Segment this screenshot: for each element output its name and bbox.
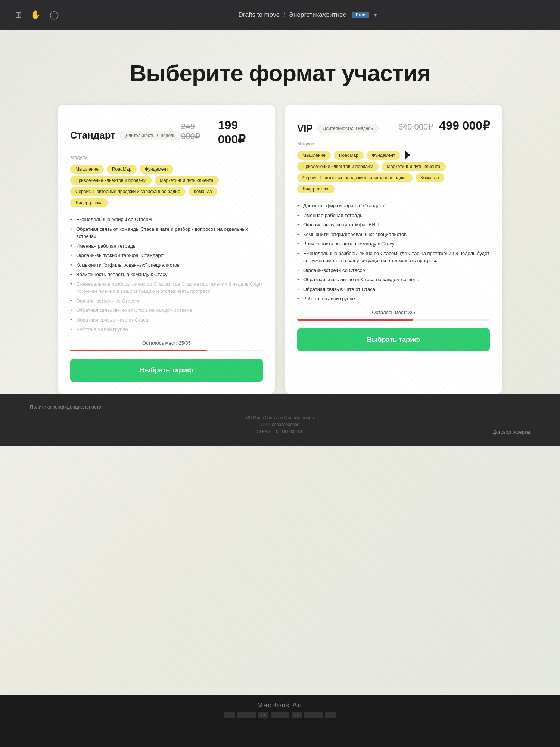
grid-icon[interactable]: ⊞ — [15, 10, 22, 20]
vip-spots: Осталось мест: 3/5 — [297, 310, 490, 315]
vip-card: VIP Длительность: 8 недель 649 000₽ 499 … — [285, 105, 502, 394]
standard-cta-button[interactable]: Выбрать тариф — [70, 359, 263, 382]
standard-spots: Осталось мест: 25/35 — [70, 340, 263, 346]
tag-fundament-std: Фундамент — [140, 165, 173, 174]
toolbar-icons: ⊞ ✋ ◯ — [15, 10, 59, 20]
vip-new-price: 499 000₽ — [439, 118, 490, 133]
key-f4[interactable]: F4 — [258, 712, 268, 718]
standard-new-price: 199 000₽ — [218, 118, 263, 146]
vip-progress-bg — [297, 319, 490, 321]
feature-std-6: Возможность попасть в команду к Стасу — [70, 270, 263, 279]
vip-modules-label: Модули: — [297, 141, 490, 146]
standard-card-header: Стандарт Длительность: 6 недель 249 000₽… — [70, 118, 263, 152]
macbook-bottom: MacBook Air F3 ··· F4 F5 F6 — [0, 695, 560, 725]
feature-vip-10: Работа в малой группе — [297, 294, 490, 304]
vip-duration: Длительность: 8 недель — [317, 124, 379, 133]
feature-vip-7: Офлайн-встречи со Стасом — [297, 266, 490, 275]
macbook-label: MacBook Air — [257, 701, 303, 709]
standard-tags-2: Привлечение клиентов и продажи Маркетинг… — [70, 176, 263, 185]
standard-old-price: 249 000₽ — [181, 122, 212, 141]
key-f5[interactable]: F5 — [292, 712, 302, 718]
breadcrumb-separator: / — [283, 11, 285, 19]
feature-std-9: Обратная связь лично от Стаса на каждом … — [70, 306, 263, 315]
toolbar: ⊞ ✋ ◯ Drafts to move / Энергетика/фитнес… — [0, 0, 560, 30]
vip-plan-name: VIP — [297, 123, 313, 134]
vip-card-title-group: VIP Длительность: 8 недель — [297, 123, 379, 134]
feature-std-5: Комьюнити "отфильтрованных" специалистов — [70, 260, 263, 270]
key-group: ··· — [237, 712, 256, 718]
arrow-icon — [405, 151, 414, 159]
feature-vip-2: Именная рабочая тетрадь — [297, 211, 490, 220]
vip-progress-fill — [297, 319, 413, 321]
vip-old-price: 649 000₽ — [398, 122, 433, 132]
standard-progress-fill — [70, 350, 207, 351]
feature-std-10: Обратная связь в чате от Стаса — [70, 315, 263, 325]
feature-std-1: Еженедельные эфиры со Стасом — [70, 215, 263, 224]
feature-vip-8: Обратная связь лично от Стаса на каждом … — [297, 275, 490, 285]
standard-tags-4: Лидер-рынка — [70, 198, 263, 207]
tag-leader-std: Лидер-рынка — [70, 198, 108, 207]
tag-roadmap-std: RoadMap — [107, 165, 137, 174]
feature-std-3: Именная рабочая тетрадь — [70, 241, 263, 251]
standard-price-row: 249 000₽ 199 000₽ — [181, 118, 263, 146]
standard-card-title-group: Стандарт Длительность: 6 недель — [70, 130, 181, 141]
tag-leader-vip: Лидер рынка — [297, 185, 335, 193]
company-name: ИП Рашо Светлана Станиславовна — [30, 414, 530, 421]
tag-service-std: Сервис. Повторные продажи и сарафанное р… — [70, 187, 186, 196]
feature-vip-1: Доступ к эфирам тарифа "Стандарт" — [297, 201, 490, 211]
breadcrumb-drafts[interactable]: Drafts to move — [239, 11, 280, 19]
key-f6[interactable]: F6 — [325, 712, 336, 718]
standard-progress-bg — [70, 350, 263, 351]
vip-tags: Мышление RoadMap Фундамент — [297, 151, 490, 160]
key-spacer — [271, 712, 289, 718]
breadcrumb-section[interactable]: Энергетика/фитнес — [289, 11, 346, 19]
tag-team-vip: Команда — [416, 173, 444, 182]
standard-plan-name: Стандарт — [70, 130, 115, 141]
tag-marketing-vip: Маркетинг и путь клиента — [382, 162, 446, 171]
vip-cta-button[interactable]: Выбрать тариф — [297, 328, 490, 351]
feature-vip-9: Обратная связь в чате от Стаса — [297, 285, 490, 294]
breadcrumb: Drafts to move / Энергетика/фитнес Free … — [70, 11, 545, 19]
cards-container: Стандарт Длительность: 6 недель 249 000₽… — [0, 105, 560, 394]
feature-std-8: Офлайн-встречи со Стасом — [70, 296, 263, 306]
feature-std-4: Офлайн-выпускной тарифа "Стандарт" — [70, 251, 263, 260]
macbook-keyboard: F3 ··· F4 F5 F6 — [224, 712, 336, 718]
key-f3[interactable]: F3 — [224, 712, 235, 718]
standard-card: Стандарт Длительность: 6 недель 249 000₽… — [58, 105, 275, 394]
vip-card-header: VIP Длительность: 8 недель 649 000₽ 499 … — [297, 118, 490, 139]
vip-tags-4: Лидер рынка — [297, 185, 490, 193]
privacy-link[interactable]: Политика конфиденциальности — [30, 404, 530, 410]
vip-tags-3: Сервис. Повторные продажи и сарафанное р… — [297, 173, 490, 182]
chevron-down-icon[interactable]: ▾ — [374, 12, 377, 18]
footer: Политика конфиденциальности ИП Рашо Свет… — [0, 394, 560, 446]
hand-icon[interactable]: ✋ — [31, 10, 41, 20]
screen-area: Выберите формат участия Стандарт Длитель… — [0, 30, 560, 695]
feature-std-2: Обратная связь от команды Стаса в чате и… — [70, 224, 263, 241]
page-title: Выберите формат участия — [0, 60, 560, 86]
tag-roadmap-vip: RoadMap — [334, 151, 364, 160]
feature-vip-3: Офлайн-выпускной тарифа "ВИП" — [297, 220, 490, 230]
tag-attract-std: Привлечение клиентов и продажи — [70, 176, 152, 185]
feature-vip-4: Комьюнити "отфильтрованных" специалистов — [297, 230, 490, 239]
feature-std-7: Еженедельные разборы лично со Стасом, гд… — [70, 279, 263, 296]
tag-myshlenie-vip: Мышление — [297, 151, 331, 160]
tag-service-vip: Сервис. Повторные продажи и сарафанное р… — [297, 173, 413, 182]
standard-duration: Длительность: 6 недель — [120, 131, 181, 140]
vip-price-row: 649 000₽ 499 000₽ — [398, 118, 490, 133]
offer-link[interactable]: Договор оферты — [493, 429, 530, 435]
company-inn: ИНН: 000000000000 — [30, 421, 530, 428]
standard-tags: Мышление RoadMap Фундамент — [70, 165, 263, 174]
company-info: ИП Рашо Светлана Станиславовна ИНН: 0000… — [30, 414, 530, 435]
standard-tags-3: Сервис. Повторные продажи и сарафанное р… — [70, 187, 263, 196]
feature-vip-6: Еженедельные разборы лично со Стасом, гд… — [297, 249, 490, 266]
tag-fundament-vip: Фундамент — [367, 151, 400, 160]
vip-features: Доступ к эфирам тарифа "Стандарт" Именна… — [297, 201, 490, 304]
free-badge: Free — [352, 12, 369, 18]
feature-std-11: Работа в малой группе — [70, 325, 263, 334]
standard-modules-label: Модули: — [70, 155, 263, 160]
tag-attract-vip: Привлечение клиентов и продажи — [297, 162, 379, 171]
chat-icon[interactable]: ◯ — [50, 10, 59, 20]
tag-team-std: Команда — [189, 187, 217, 196]
tag-myshlenie-std: Мышление — [70, 165, 104, 174]
company-ogrnip: ОГРНИП: 000000000000 — [30, 428, 530, 435]
